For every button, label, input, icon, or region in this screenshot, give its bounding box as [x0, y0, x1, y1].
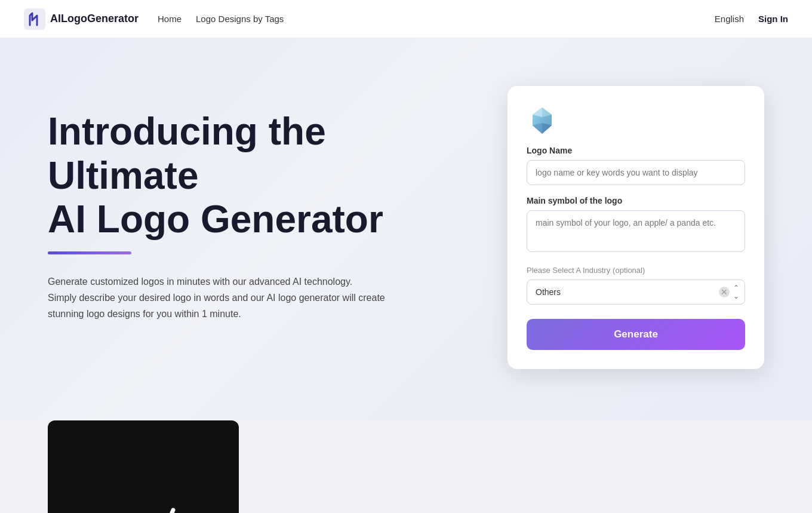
industry-selected-value: Others: [536, 287, 561, 297]
hero-description: Generate customized logos in minutes wit…: [48, 274, 385, 322]
clear-icon[interactable]: ✕: [719, 287, 730, 297]
sample-logo-card: [48, 420, 239, 513]
select-icons: ✕ ⌃⌄: [719, 284, 739, 300]
hero-title-line2: Ultimate: [48, 154, 199, 197]
brand-name: AILogoGenerator: [50, 13, 139, 25]
hero-left: Introducing the Ultimate AI Logo Generat…: [48, 86, 385, 322]
hero-title-line3: AI Logo Generator: [48, 198, 383, 241]
hero-section: Introducing the Ultimate AI Logo Generat…: [0, 38, 812, 420]
hero-underline: [48, 251, 131, 254]
bottom-section: [0, 420, 812, 513]
industry-label: Please Select A Industry (optional): [527, 265, 745, 275]
chevron-icon: ⌃⌄: [733, 284, 739, 300]
hero-title: Introducing the Ultimate AI Logo Generat…: [48, 110, 385, 242]
sample-logo-inner: [107, 420, 179, 513]
sample-curves-svg: [107, 498, 179, 513]
nav-left: AILogoGenerator Home Logo Designs by Tag…: [24, 8, 284, 30]
nav-tags[interactable]: Logo Designs by Tags: [196, 14, 284, 24]
symbol-input[interactable]: [527, 210, 745, 252]
sample-logo-graphic: [107, 498, 179, 513]
industry-select-wrapper: Others ✕ ⌃⌄: [527, 279, 745, 305]
symbol-label: Main symbol of the logo: [527, 196, 745, 205]
generator-card: Logo Name Main symbol of the logo Please…: [508, 86, 764, 369]
nav-home[interactable]: Home: [158, 14, 182, 24]
nav-right: English Sign In: [715, 14, 788, 24]
brand-logo-icon: [24, 8, 45, 30]
navbar: AILogoGenerator Home Logo Designs by Tag…: [0, 0, 812, 38]
logo-name-input[interactable]: [527, 160, 745, 185]
nav-language[interactable]: English: [715, 14, 744, 24]
industry-select[interactable]: Others: [527, 279, 745, 305]
nav-links: Home Logo Designs by Tags: [158, 14, 284, 24]
card-ai-icon: [527, 105, 558, 136]
generate-button[interactable]: Generate: [527, 319, 745, 350]
nav-signin-button[interactable]: Sign In: [758, 14, 788, 24]
logo-name-label: Logo Name: [527, 146, 745, 155]
hero-title-line1: Introducing the: [48, 110, 326, 153]
brand-link[interactable]: AILogoGenerator: [24, 8, 139, 30]
